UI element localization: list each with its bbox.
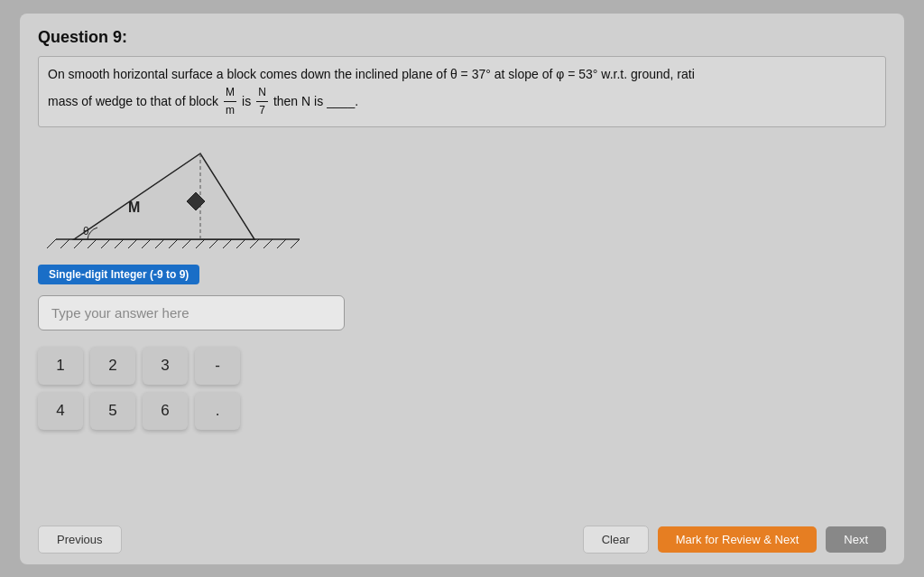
svg-line-11 (182, 239, 191, 248)
svg-line-4 (88, 239, 97, 248)
diagram-container: M θ (38, 140, 345, 257)
svg-line-6 (115, 239, 124, 248)
numpad-row-2: 4 5 6 . (38, 392, 886, 430)
numpad-btn-2[interactable]: 2 (90, 347, 135, 385)
svg-line-16 (250, 239, 259, 248)
clear-button[interactable]: Clear (583, 526, 649, 554)
fraction-N-over-7: N 7 (256, 84, 268, 119)
svg-text:M: M (128, 200, 140, 215)
svg-line-14 (223, 239, 232, 248)
svg-line-5 (101, 239, 110, 248)
svg-line-13 (209, 239, 218, 248)
svg-line-3 (74, 239, 83, 248)
fraction-M-over-m: M m (224, 84, 236, 119)
answer-input[interactable]: Type your answer here (38, 295, 345, 330)
numpad-btn-minus[interactable]: - (195, 347, 240, 385)
svg-line-1 (47, 239, 56, 248)
svg-line-19 (291, 239, 300, 248)
bottom-bar: Clear Mark for Review & Next Next (583, 526, 886, 554)
main-container: Question 9: On smooth horizontal surface… (20, 14, 904, 564)
svg-marker-20 (74, 154, 254, 239)
question-title: Question 9: (38, 28, 886, 47)
previous-button[interactable]: Previous (38, 526, 122, 554)
bottom-left: Previous (38, 526, 122, 554)
badge-container: Single-digit Integer (-9 to 9) (38, 265, 886, 284)
numpad-btn-4[interactable]: 4 (38, 392, 83, 430)
svg-line-15 (236, 239, 245, 248)
question-line-1: On smooth horizontal surface a block com… (48, 64, 876, 84)
svg-line-17 (263, 239, 273, 248)
numpad-btn-dot[interactable]: . (195, 392, 240, 430)
mark-review-button[interactable]: Mark for Review & Next (658, 526, 818, 553)
answer-placeholder: Type your answer here (51, 305, 189, 321)
answer-type-badge: Single-digit Integer (-9 to 9) (38, 265, 199, 284)
numpad-btn-5[interactable]: 5 (90, 392, 135, 430)
svg-line-18 (277, 239, 286, 248)
svg-line-9 (155, 239, 164, 248)
numpad-row-1: 1 2 3 - (38, 347, 886, 385)
question-line-2: mass of wedge to that of block M m is N … (48, 84, 876, 119)
numpad-btn-1[interactable]: 1 (38, 347, 83, 385)
question-text: On smooth horizontal surface a block com… (38, 56, 886, 128)
next-button[interactable]: Next (826, 526, 886, 553)
numpad-btn-6[interactable]: 6 (143, 392, 188, 430)
svg-line-10 (169, 239, 178, 248)
svg-line-2 (60, 239, 69, 248)
svg-line-8 (142, 239, 151, 248)
svg-line-12 (196, 239, 205, 248)
numpad-btn-3[interactable]: 3 (143, 347, 188, 385)
svg-line-7 (128, 239, 137, 248)
